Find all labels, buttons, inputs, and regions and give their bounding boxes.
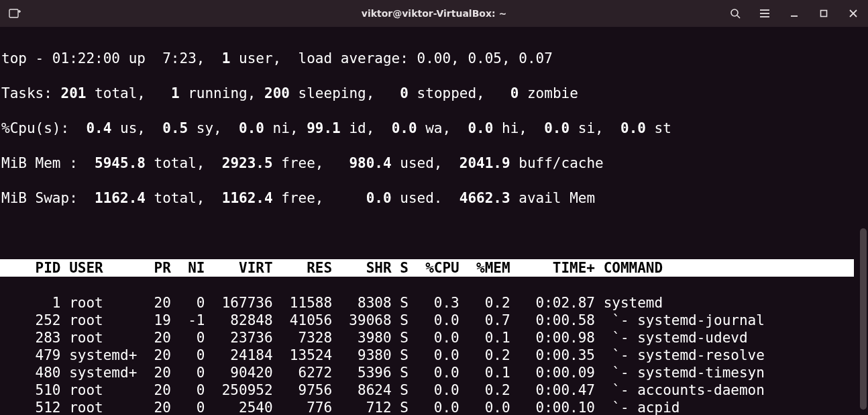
top-summary-cpu: %Cpu(s): 0.4 us, 0.5 sy, 0.0 ni, 99.1 id… — [0, 120, 868, 137]
minimize-icon — [790, 9, 799, 18]
process-row: 480 systemd+ 20 0 90420 6272 5396 S 0.0 … — [0, 364, 868, 381]
svg-line-4 — [737, 15, 740, 18]
terminal-scrollbar[interactable] — [859, 27, 868, 415]
svg-rect-0 — [9, 9, 18, 17]
process-row: 252 root 19 -1 82848 41056 39068 S 0.0 0… — [0, 312, 868, 329]
window-titlebar: viktor@viktor-VirtualBox: ~ — [0, 0, 868, 27]
scrollbar-thumb[interactable] — [860, 228, 867, 410]
top-summary-tasks: Tasks: 201 total, 1 running, 200 sleepin… — [0, 85, 868, 102]
terminal-output[interactable]: top - 01:22:00 up 7:23, 1 user, load ave… — [0, 27, 868, 415]
hamburger-icon — [759, 9, 770, 18]
top-summary-mem: MiB Mem : 5945.8 total, 2923.5 free, 980… — [0, 154, 868, 172]
process-row: 1 root 20 0 167736 11588 8308 S 0.3 0.2 … — [0, 294, 868, 312]
svg-rect-9 — [821, 11, 827, 17]
minimize-button[interactable] — [779, 0, 809, 27]
close-button[interactable] — [838, 0, 868, 27]
process-row: 283 root 20 0 23736 7328 3980 S 0.0 0.1 … — [0, 329, 868, 347]
top-summary-line-1: top - 01:22:00 up 7:23, 1 user, load ave… — [0, 50, 868, 67]
new-tab-button[interactable] — [0, 0, 30, 27]
blank-line — [0, 224, 868, 242]
process-row: 479 systemd+ 20 0 24184 13524 9380 S 0.0… — [0, 347, 868, 364]
titlebar-right-controls — [720, 0, 868, 27]
top-summary-swap: MiB Swap: 1162.4 total, 1162.4 free, 0.0… — [0, 189, 868, 207]
terminal-new-tab-icon — [9, 7, 21, 19]
close-icon — [849, 9, 858, 18]
process-row: 510 root 20 0 250952 9756 8624 S 0.0 0.2… — [0, 381, 868, 399]
search-button[interactable] — [720, 0, 750, 27]
process-row: 512 root 20 0 2540 776 712 S 0.0 0.0 0:0… — [0, 399, 868, 415]
process-table-body: 1 root 20 0 167736 11588 8308 S 0.3 0.2 … — [0, 294, 868, 415]
maximize-icon — [820, 9, 828, 17]
process-table-header: PID USER PR NI VIRT RES SHR S %CPU %MEM … — [0, 259, 854, 277]
menu-button[interactable] — [750, 0, 779, 27]
svg-point-3 — [731, 9, 738, 16]
search-icon — [730, 8, 741, 19]
maximize-button[interactable] — [809, 0, 838, 27]
